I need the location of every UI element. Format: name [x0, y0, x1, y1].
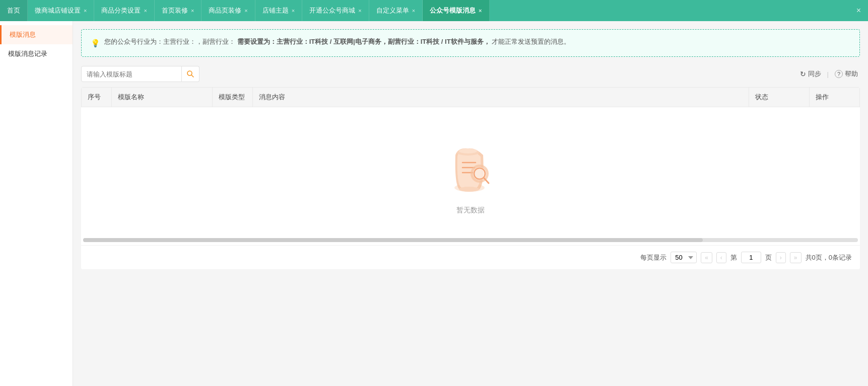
nav-tab-category-settings[interactable]: 商品分类设置 ×	[94, 0, 154, 21]
help-label: 帮助	[845, 69, 858, 79]
close-all-button[interactable]: ×	[849, 6, 868, 15]
sidebar-item-template-msg-label: 模版消息	[10, 31, 36, 38]
sync-button[interactable]: ↻ 同步	[800, 69, 821, 79]
search-input[interactable]	[81, 66, 182, 82]
svg-point-12	[459, 187, 479, 192]
help-button[interactable]: ? 帮助	[835, 69, 858, 79]
content-area: 💡 您的公众号行业为：主营行业：，副营行业： 需要设置为：主营行业：IT科技 /…	[73, 21, 868, 386]
nav-tab-shop-settings-label: 微商城店铺设置	[35, 6, 81, 15]
scrollbar-thumb[interactable]	[83, 238, 703, 242]
close-template-msg-icon[interactable]: ×	[479, 8, 482, 14]
col-status: 状态	[749, 88, 810, 107]
col-index: 序号	[82, 88, 112, 107]
pagination: 每页显示 50 10 20 100 « ‹ 第 页 › » 共0页，0条记录	[81, 245, 860, 269]
search-button[interactable]	[182, 66, 199, 82]
notice-highlight: 需要设置为：主营行业：IT科技 / 互联网|电子商务，副营行业：IT科技 / I…	[237, 38, 490, 45]
col-type: 模版类型	[213, 88, 253, 107]
per-page-select[interactable]: 50 10 20 100	[671, 252, 697, 263]
col-actions: 操作	[810, 88, 860, 107]
toolbar-right: ↻ 同步 | ? 帮助	[800, 69, 860, 79]
per-page-label: 每页显示	[640, 253, 666, 262]
search-icon	[187, 70, 194, 78]
nav-tab-home[interactable]: 首页	[0, 0, 28, 21]
nav-tab-shop-theme-label: 店铺主题	[262, 6, 289, 15]
nav-tab-home-label: 首页	[7, 6, 20, 15]
close-home-decor-icon[interactable]: ×	[191, 8, 194, 14]
svg-point-11	[459, 148, 477, 153]
empty-illustration	[440, 137, 501, 198]
next-page-button[interactable]: ›	[776, 252, 786, 263]
notice-prefix: 您的公众号行业为：主营行业：，副营行业：	[104, 38, 235, 45]
empty-state: 暂无数据	[82, 107, 860, 235]
sidebar-item-template-msg-record-label: 模版消息记录	[8, 50, 47, 57]
nav-tab-open-mall[interactable]: 开通公众号商城 ×	[302, 0, 369, 21]
help-icon: ?	[835, 70, 843, 78]
nav-tab-template-msg-label: 公众号模版消息	[430, 6, 476, 15]
nav-tab-template-msg[interactable]: 公众号模版消息 ×	[423, 0, 489, 21]
close-shop-theme-icon[interactable]: ×	[292, 8, 295, 14]
nav-tab-home-decor[interactable]: 首页装修 ×	[155, 0, 202, 21]
top-navigation: 首页 微商城店铺设置 × 商品分类设置 × 首页装修 × 商品页装修 × 店铺主…	[0, 0, 868, 21]
bulb-icon: 💡	[91, 37, 100, 49]
horizontal-scrollbar[interactable]	[81, 235, 860, 245]
table-header-row: 序号 模版名称 模版类型 消息内容 状态 操作	[82, 88, 860, 107]
svg-line-1	[191, 75, 193, 77]
nav-tab-shop-theme[interactable]: 店铺主题 ×	[255, 0, 302, 21]
prev-page-button[interactable]: ‹	[716, 252, 726, 263]
data-table: 序号 模版名称 模版类型 消息内容 状态 操作	[81, 87, 860, 235]
nav-tab-custom-menu-label: 自定义菜单	[376, 6, 409, 15]
nav-tab-open-mall-label: 开通公众号商城	[309, 6, 355, 15]
sidebar-item-template-msg[interactable]: 模版消息	[0, 25, 73, 44]
close-product-decor-icon[interactable]: ×	[244, 8, 247, 14]
nav-tab-custom-menu[interactable]: 自定义菜单 ×	[369, 0, 423, 21]
notice-suffix: 才能正常发送预置的消息。	[492, 38, 570, 45]
nav-tab-product-decor-label: 商品页装修	[209, 6, 241, 15]
nav-tab-category-settings-label: 商品分类设置	[101, 6, 141, 15]
col-name: 模版名称	[112, 88, 213, 107]
search-area	[81, 66, 199, 82]
page-suffix: 页	[765, 253, 772, 262]
empty-text: 暂无数据	[456, 206, 485, 215]
close-shop-settings-icon[interactable]: ×	[84, 8, 87, 14]
col-content: 消息内容	[253, 88, 749, 107]
current-page-input[interactable]	[741, 252, 761, 263]
nav-tab-shop-settings[interactable]: 微商城店铺设置 ×	[28, 0, 94, 21]
toolbar-divider: |	[827, 70, 829, 78]
empty-state-row: 暂无数据	[82, 107, 860, 236]
total-info: 共0页，0条记录	[806, 253, 852, 262]
sidebar: 模版消息 模版消息记录	[0, 21, 73, 386]
scrollbar-track[interactable]	[83, 238, 858, 242]
main-layout: 模版消息 模版消息记录 💡 您的公众号行业为：主营行业：，副营行业： 需要设置为…	[0, 21, 868, 386]
first-page-button[interactable]: «	[701, 252, 712, 263]
notice-box: 💡 您的公众号行业为：主营行业：，副营行业： 需要设置为：主营行业：IT科技 /…	[81, 29, 860, 57]
close-category-settings-icon[interactable]: ×	[144, 8, 147, 14]
notice-text: 您的公众号行业为：主营行业：，副营行业： 需要设置为：主营行业：IT科技 / 互…	[104, 37, 570, 47]
data-table-wrap: 序号 模版名称 模版类型 消息内容 状态 操作	[81, 87, 860, 269]
sync-icon: ↻	[800, 70, 806, 78]
sidebar-item-template-msg-record[interactable]: 模版消息记录	[0, 44, 73, 63]
last-page-button[interactable]: »	[790, 252, 802, 263]
close-open-mall-icon[interactable]: ×	[358, 8, 361, 14]
nav-tab-product-decor[interactable]: 商品页装修 ×	[202, 0, 255, 21]
sync-label: 同步	[808, 69, 821, 79]
nav-tab-home-decor-label: 首页装修	[162, 6, 188, 15]
close-custom-menu-icon[interactable]: ×	[412, 8, 415, 14]
page-prefix: 第	[730, 253, 737, 262]
